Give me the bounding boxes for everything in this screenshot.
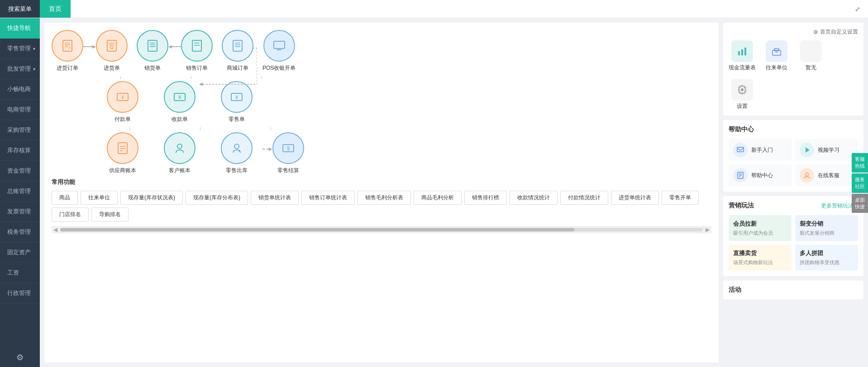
help-icon-在线客服 xyxy=(800,168,814,183)
marketing-title: 营销玩法 xyxy=(729,202,754,210)
help-icon-视频学习 xyxy=(800,143,814,157)
sidebar-item-库存核算[interactable]: 库存核算 xyxy=(0,140,40,161)
quick-icon-现金流量表[interactable]: 现金流量表 xyxy=(729,40,756,72)
main-layout: 快捷导航零售管理▾批发管理▾小畅电商电商管理采购管理库存核算资金管理总账管理发票… xyxy=(0,18,868,367)
func-btn-销售排行榜[interactable]: 销售排行榜 xyxy=(464,191,507,205)
sidebar-item-采购管理[interactable]: 采购管理 xyxy=(0,120,40,140)
func-btn-现存量(库存状况表)[interactable]: 现存量(库存状况表) xyxy=(120,191,183,205)
node-icon-kehu-zhangben xyxy=(164,132,196,164)
tab-home[interactable]: 首页 xyxy=(40,0,71,18)
func-btn-进货单统计表[interactable]: 进货单统计表 xyxy=(611,191,659,205)
quick-icon-label-现金流量表: 现金流量表 xyxy=(729,64,756,72)
func-btn-现存量(库存分布表)[interactable]: 现存量(库存分布表) xyxy=(186,191,248,205)
sidebar-item-批发管理[interactable]: 批发管理▾ xyxy=(0,59,40,79)
scrollbar-track[interactable] xyxy=(60,228,703,232)
node-label-shoukuan: 收款单 xyxy=(172,116,188,123)
svg-point-36 xyxy=(177,144,182,149)
func-btn-零售开单[interactable]: 零售开单 xyxy=(662,191,699,205)
svg-text:¥: ¥ xyxy=(178,94,181,101)
common-func-title: 常用功能 xyxy=(52,178,711,186)
marketing-grid: 会员拉新吸引用户成为会员裂变分销裂式发展分销商直播卖货场景式购物新玩法多人拼团拼… xyxy=(729,215,858,270)
svg-point-7 xyxy=(110,46,113,49)
scrollbar-thumb[interactable] xyxy=(60,228,574,232)
marketing-title-会员拉新: 会员拉新 xyxy=(733,220,787,228)
quick-icon-box-设置 xyxy=(731,79,753,101)
spacer-da4 xyxy=(284,73,310,81)
float-btn-桌面快捷[interactable]: 桌面快捷 xyxy=(852,193,868,213)
sidebar-item-工资[interactable]: 工资 xyxy=(0,263,40,283)
marketing-item-直播卖货[interactable]: 直播卖货场景式购物新玩法 xyxy=(729,245,792,270)
settings-gear-icon[interactable]: ⚙ xyxy=(16,353,24,362)
arrow-1-2: ▶ xyxy=(83,35,96,67)
down-arrows-row2: ↓ ↓ ↓ xyxy=(52,124,711,132)
quick-icon-暂无[interactable]: 暂无 xyxy=(797,40,825,72)
func-btn-销售毛利分析表[interactable]: 销售毛利分析表 xyxy=(358,191,411,205)
sidebar-item-label: 零售管理 xyxy=(7,44,31,53)
func-btn-商品毛利分析[interactable]: 商品毛利分析 xyxy=(414,191,462,205)
svg-rect-4 xyxy=(107,40,116,51)
node-pos[interactable]: POS收银开单 xyxy=(262,30,296,72)
svg-text:¥: ¥ xyxy=(235,94,238,101)
func-btn-销货单统计表[interactable]: 销货单统计表 xyxy=(251,191,299,205)
svg-rect-0 xyxy=(63,40,72,51)
sidebar-item-资金管理[interactable]: 资金管理 xyxy=(0,161,40,181)
float-btn-客服热线[interactable]: 客服热线 xyxy=(852,153,868,173)
spacer-dr2a xyxy=(52,124,107,132)
help-item-视频学习[interactable]: 视频学习 xyxy=(795,139,858,161)
sidebar-item-总账管理[interactable]: 总账管理 xyxy=(0,181,40,202)
func-btn-商品[interactable]: 商品 xyxy=(52,191,78,205)
sidebar-item-小畅电商[interactable]: 小畅电商 xyxy=(0,79,40,100)
help-item-在线客服[interactable]: 在线客服 xyxy=(795,164,858,186)
node-lingshou-jiesuan[interactable]: $ 零售结算 xyxy=(272,132,304,174)
activity-card: 活动 xyxy=(723,280,863,299)
down-arrow-lingshou: ↓ xyxy=(248,124,293,132)
node-kehu-zhangben[interactable]: 客户账本 xyxy=(164,132,196,174)
node-fukuan[interactable]: ¥ 付款单 xyxy=(107,81,138,123)
scroll-left[interactable]: ◀ xyxy=(53,227,57,233)
func-btn-销售订单统计表[interactable]: 销售订单统计表 xyxy=(301,191,355,205)
customize-button[interactable]: ⚙ 首页自定义设置 xyxy=(813,28,858,36)
node-jinhuo-dingdan[interactable]: 进货订单 xyxy=(52,30,83,72)
scroll-right[interactable]: ▶ xyxy=(706,227,710,233)
sidebar-item-固定资产[interactable]: 固定资产 xyxy=(0,242,40,263)
help-item-帮助中心[interactable]: 帮助中心 xyxy=(729,164,792,186)
node-label-pos: POS收银开单 xyxy=(262,64,296,72)
node-lingshou-chuku[interactable]: 零售出库 xyxy=(221,132,253,174)
quick-icon-往来单位[interactable]: 往来单位 xyxy=(763,40,790,72)
help-item-新手入门[interactable]: 新手入门 xyxy=(729,139,792,161)
quick-icons: 现金流量表往来单位暂无设置 xyxy=(729,40,858,110)
sidebar-item-电商管理[interactable]: 电商管理 xyxy=(0,100,40,120)
marketing-desc-裂变分销: 裂式发展分销商 xyxy=(800,230,854,237)
sidebar-item-快捷导航[interactable]: 快捷导航 xyxy=(0,18,40,39)
sidebar-item-零售管理[interactable]: 零售管理▾ xyxy=(0,39,40,59)
node-gongyingshang[interactable]: 供应商账本 xyxy=(107,132,138,174)
sidebar-item-行政管理[interactable]: 行政管理 xyxy=(0,283,40,304)
func-btn-收款情况统计[interactable]: 收款情况统计 xyxy=(510,191,558,205)
marketing-item-多人拼团[interactable]: 多人拼团拼团购物享受优惠 xyxy=(795,245,858,270)
svg-rect-43 xyxy=(744,48,746,55)
fullscreen-button[interactable]: ⤢ xyxy=(851,2,864,16)
node-xiao-huo-dan[interactable]: 销货单 xyxy=(137,30,168,72)
node-lingshou-dan[interactable]: ¥ 零售单 xyxy=(221,81,253,123)
func-btn-门店排名[interactable]: 门店排名 xyxy=(52,208,89,222)
quick-icon-设置[interactable]: 设置 xyxy=(729,79,756,110)
sidebar-item-label: 资金管理 xyxy=(7,167,31,175)
sidebar-item-税务管理[interactable]: 税务管理 xyxy=(0,222,40,242)
marketing-item-会员拉新[interactable]: 会员拉新吸引用户成为会员 xyxy=(729,215,792,241)
float-btn-服务社区[interactable]: 服务社区 xyxy=(852,174,868,193)
node-label-lingshou-chuku: 零售出库 xyxy=(226,167,248,174)
sidebar-item-发票管理[interactable]: 发票管理 xyxy=(0,202,40,222)
down-arrow-shoukuan: ↓ xyxy=(177,124,223,132)
func-btn-往来单位[interactable]: 往来单位 xyxy=(81,191,118,205)
func-btn-付款情况统计[interactable]: 付款情况统计 xyxy=(560,191,608,205)
node-jinhuo-dan[interactable]: 进货单 xyxy=(96,30,128,72)
node-shoukuan[interactable]: ¥ 收款单 xyxy=(164,81,196,123)
flow-card: 进货订单 ▶ 进货单 xyxy=(44,23,719,362)
common-functions: 常用功能 商品往来单位现存量(库存状况表)现存量(库存分布表)销货单统计表销售订… xyxy=(52,178,711,222)
help-title: 帮助中心 xyxy=(729,126,858,134)
scroll-bar-row[interactable]: ◀ ▶ xyxy=(52,226,711,233)
marketing-item-裂变分销[interactable]: 裂变分销裂式发展分销商 xyxy=(795,215,858,241)
func-btn-导购排名[interactable]: 导购排名 xyxy=(91,208,129,222)
search-menu[interactable]: 搜索菜单 xyxy=(0,0,40,18)
help-label-帮助中心: 帮助中心 xyxy=(751,172,773,179)
